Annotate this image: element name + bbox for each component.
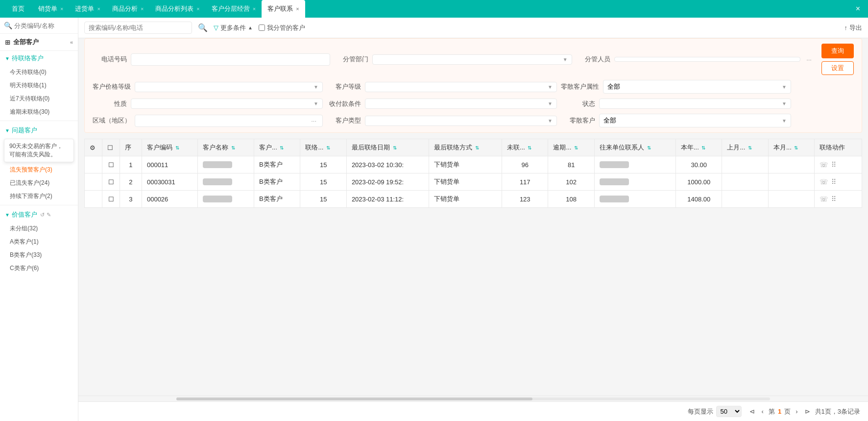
scrollbar-thumb[interactable] [176,397,532,400]
close-purchase-order-icon[interactable]: × [97,6,100,12]
td-this-year-1: 30.00 [676,156,722,173]
last-page-button[interactable]: ⊳ [803,408,812,415]
more-action-icon-1[interactable]: ⠿ [831,161,836,169]
total-info: 共1页，3条记录 [815,407,860,416]
th-settings[interactable]: ⚙ [85,139,102,156]
filter-input-phone[interactable] [131,53,330,66]
settings-button[interactable]: 设置 [821,61,854,75]
filter-select-price-level[interactable]: ▼ [135,82,323,92]
sidebar-search-input[interactable] [14,22,74,29]
sidebar-item-7days-pending[interactable]: 近7天待联络(0) [0,92,78,105]
search-button[interactable]: 🔍 [198,23,208,32]
filter-label-person: 分管人员 [576,55,610,64]
close-sales-order-icon[interactable]: × [60,6,63,12]
td-checkbox-1[interactable]: ☐ [102,156,120,173]
sidebar-group-value[interactable]: ▼ 价值客户 ↺ ✎ [0,207,78,222]
sidebar-item-today-pending[interactable]: 今天待联络(0) [0,66,78,79]
th-contact-person[interactable]: 往来单位联系人 ⇅ [594,139,675,156]
close-customer-segment-icon[interactable]: × [253,6,256,12]
link-last-method-2[interactable]: 下销货单 [434,178,459,185]
phone-icon-3[interactable]: ☏ [820,195,828,203]
th-last-date[interactable]: 最后联络日期 ⇅ [346,139,429,156]
filter-label-region: 区域（地区） [93,116,131,125]
filter-select-scattered-cust[interactable]: 全部 ▼ [599,114,791,127]
sidebar-item-ungrouped[interactable]: 未分组(32) [0,222,78,235]
scrollbar-track[interactable] [176,397,770,400]
filter-select-dept[interactable]: ▼ [372,54,572,65]
more-action-icon-3[interactable]: ⠿ [831,195,836,203]
th-this-month[interactable]: 本月... ⇅ [768,139,814,156]
first-page-button[interactable]: ⊲ [747,408,757,415]
horizontal-scrollbar[interactable] [78,396,868,401]
td-code-1: 000011 [142,156,198,173]
more-conditions-button[interactable]: ▽ 更多条件 ▲ [214,24,253,32]
more-action-icon-2[interactable]: ⠿ [831,178,836,186]
th-overdue[interactable]: 逾期... ⇅ [548,139,594,156]
td-checkbox-2[interactable]: ☐ [102,173,120,191]
td-last-method-3[interactable]: 下销货单 [429,191,502,208]
close-product-analysis-list-icon[interactable]: × [196,6,199,12]
my-customers-checkbox[interactable] [259,25,265,31]
next-page-button[interactable]: › [794,408,799,415]
sidebar-item-tomorrow-pending[interactable]: 明天待联络(1) [0,79,78,92]
tab-home[interactable]: 首页 [4,0,32,18]
td-last-method-2[interactable]: 下销货单 [429,173,502,191]
phone-icon-1[interactable]: ☏ [820,161,828,169]
filter-select-payment[interactable]: ▼ [365,99,557,109]
sidebar-item-class-c[interactable]: C类客户(6) [0,262,78,275]
filter-select-status[interactable]: ▼ [599,99,791,109]
th-this-year[interactable]: 本年... ⇅ [676,139,722,156]
th-checkbox[interactable]: ☐ [102,139,120,156]
th-last-method[interactable]: 最后联络方式 ⇅ [429,139,502,156]
filter-dots-person[interactable]: ··· [804,56,814,63]
filter-dots-region[interactable]: ··· [309,117,318,124]
refresh-icon[interactable]: ↺ [40,212,45,218]
tab-customer-contact[interactable]: 客户联系 × [262,0,305,18]
tab-product-analysis[interactable]: 商品分析 × [106,0,149,18]
th-uncontacted[interactable]: 未联... ⇅ [502,139,548,156]
sidebar-all-customers[interactable]: ⊞ 全部客户 « [0,34,78,51]
th-type[interactable]: 客户... ⇅ [254,139,300,156]
tab-customer-segment[interactable]: 客户分层经营 × [206,0,262,18]
sidebar-group-pending[interactable]: ▼ 待联络客户 [0,51,78,66]
close-product-analysis-icon[interactable]: × [141,6,144,12]
th-code[interactable]: 客户编码 ⇅ [142,139,198,156]
close-customer-contact-icon[interactable]: × [296,6,299,12]
sidebar-search-container: 🔍 [0,18,78,34]
td-checkbox-3[interactable]: ☐ [102,191,120,208]
th-contact[interactable]: 联络... ⇅ [300,139,346,156]
close-all-button[interactable]: × [852,4,864,13]
filter-select-nature[interactable]: ▼ [131,99,323,109]
tab-product-analysis-list[interactable]: 商品分析列表 × [149,0,205,18]
per-page-select[interactable]: 50 20 100 [716,406,742,417]
filter-select-cust-level[interactable]: ▼ [365,82,557,92]
td-code-3: 000026 [142,191,198,208]
tab-purchase-order[interactable]: 进货单 × [69,0,106,18]
link-last-method-1[interactable]: 下销货单 [434,161,459,168]
search-input[interactable] [84,22,192,34]
sidebar-item-class-a[interactable]: A类客户(1) [0,235,78,248]
prev-page-button[interactable]: ‹ [760,408,766,415]
filter-select-cust-type[interactable]: ▼ [365,116,557,126]
filter-select-person[interactable] [614,57,800,62]
filter-select-scattered-attr[interactable]: 全部 ▼ [603,80,791,94]
th-name[interactable]: 客户名称 ⇅ [198,139,254,156]
collapse-icon[interactable]: « [70,39,73,45]
sidebar-item-overdue-pending[interactable]: 逾期未联络(30) [0,105,78,119]
td-last-method-1[interactable]: 下销货单 [429,156,502,173]
sidebar-item-churn-warning[interactable]: 流失预警客户(3) [0,163,78,176]
sidebar-group-problem[interactable]: ▼ 问题客户 [0,123,78,138]
edit-icon[interactable]: ✎ [47,212,51,218]
th-last-month[interactable]: 上月... ⇅ [722,139,768,156]
filter-select-region[interactable]: ··· [135,115,323,127]
filter-field-cust-type: 客户类型 ▼ [327,116,557,126]
sidebar-item-churned[interactable]: 已流失客户(24) [0,176,78,190]
filter-field-dept: 分管部门 ▼ [334,54,572,65]
query-button[interactable]: 查询 [821,44,854,58]
link-last-method-3[interactable]: 下销货单 [434,195,459,202]
sidebar-item-declining[interactable]: 持续下滑客户(2) [0,190,78,203]
sidebar-item-class-b[interactable]: B类客户(33) [0,248,78,262]
phone-icon-2[interactable]: ☏ [820,178,828,186]
export-button[interactable]: ↑ 导出 [844,24,863,32]
tab-sales-order[interactable]: 销货单 × [32,0,69,18]
